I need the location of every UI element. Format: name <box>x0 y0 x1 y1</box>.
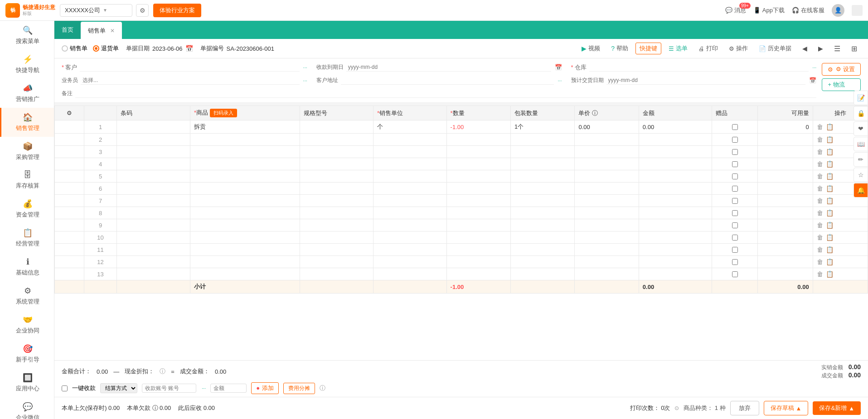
form-settings-button[interactable]: ⚙ ⚙ 设置 <box>822 63 861 76</box>
gift-checkbox[interactable] <box>732 186 738 192</box>
row-unit[interactable] <box>373 231 447 244</box>
float-btn-6[interactable]: ☆ <box>853 168 868 182</box>
row-barcode[interactable] <box>117 268 190 280</box>
row-amount[interactable] <box>639 219 712 231</box>
row-price[interactable]: 0.00 <box>575 120 639 134</box>
delete-icon[interactable]: 🗑 <box>817 160 823 168</box>
row-spec[interactable] <box>300 207 373 219</box>
row-qty[interactable] <box>446 170 510 183</box>
gift-checkbox[interactable] <box>732 124 738 130</box>
row-product[interactable] <box>190 158 300 170</box>
gift-checkbox[interactable] <box>732 161 738 167</box>
row-pack-qty[interactable] <box>511 244 575 256</box>
row-amount[interactable] <box>639 158 712 170</box>
row-price[interactable] <box>575 170 639 183</box>
row-spec[interactable] <box>300 146 373 158</box>
one-click-pay-checkbox[interactable] <box>62 385 68 391</box>
copy-icon[interactable]: 📋 <box>826 258 834 265</box>
gift-checkbox[interactable] <box>732 271 738 277</box>
barcode-input[interactable] <box>121 271 186 278</box>
row-pack-qty[interactable]: 1个 <box>511 120 575 134</box>
delete-icon[interactable]: 🗑 <box>817 222 823 229</box>
radio-return-order[interactable]: 退货单 <box>93 44 119 53</box>
row-pack-qty[interactable] <box>511 256 575 268</box>
date-calendar-icon[interactable]: 📅 <box>185 45 193 52</box>
copy-icon[interactable]: 📋 <box>826 209 834 217</box>
row-gift[interactable] <box>712 183 758 195</box>
row-product[interactable] <box>190 183 300 195</box>
row-qty[interactable] <box>446 219 510 231</box>
row-product[interactable]: 拆贡 <box>190 120 300 134</box>
settings-icon[interactable]: ⚙ <box>136 4 149 17</box>
row-qty[interactable] <box>446 231 510 244</box>
row-qty[interactable] <box>446 183 510 195</box>
customer-dots[interactable]: ··· <box>303 65 307 70</box>
row-unit[interactable] <box>373 158 447 170</box>
row-barcode[interactable] <box>117 120 190 134</box>
copy-icon[interactable]: 📋 <box>826 123 834 130</box>
sidebar-item-inventory[interactable]: 🗄 库存核算 <box>0 166 54 194</box>
copy-icon[interactable]: 📋 <box>826 160 834 168</box>
row-amount[interactable] <box>639 231 712 244</box>
warehouse-dots[interactable]: ··· <box>812 65 816 70</box>
row-barcode[interactable] <box>117 183 190 195</box>
row-gift[interactable] <box>712 268 758 280</box>
row-barcode[interactable] <box>117 146 190 158</box>
copy-icon[interactable]: 📋 <box>826 173 834 180</box>
row-spec[interactable] <box>300 183 373 195</box>
delete-icon[interactable]: 🗑 <box>817 185 823 192</box>
sidebar-item-beginner[interactable]: 🎯 新手引导 <box>0 339 54 368</box>
row-unit[interactable] <box>373 268 447 280</box>
gift-checkbox[interactable] <box>732 149 738 155</box>
row-amount[interactable] <box>639 134 712 146</box>
barcode-input[interactable] <box>121 124 186 130</box>
salesperson-input[interactable] <box>81 76 300 85</box>
row-pack-qty[interactable] <box>511 219 575 231</box>
row-gift[interactable] <box>712 244 758 256</box>
row-spec[interactable] <box>300 231 373 244</box>
row-pack-qty[interactable] <box>511 207 575 219</box>
expected-date-input[interactable] <box>606 76 806 85</box>
barcode-input[interactable] <box>121 149 186 155</box>
table-wrapper[interactable]: ⚙ 条码 *商品 扫码录入 规格型号 *销售单位 *数量 包装数量 <box>54 106 868 360</box>
operate-btn[interactable]: ⚙ 操作 <box>725 43 752 54</box>
row-barcode[interactable] <box>117 195 190 207</box>
row-price[interactable] <box>575 146 639 158</box>
amount-input[interactable] <box>210 384 247 393</box>
row-amount[interactable] <box>639 146 712 158</box>
row-gift[interactable] <box>712 231 758 244</box>
row-amount[interactable] <box>639 256 712 268</box>
row-product[interactable] <box>190 268 300 280</box>
delete-icon[interactable]: 🗑 <box>817 148 823 155</box>
barcode-input[interactable] <box>121 186 186 192</box>
expense-split-btn[interactable]: 费用分摊 <box>283 383 315 394</box>
row-price[interactable] <box>575 207 639 219</box>
row-unit[interactable] <box>373 244 447 256</box>
barcode-input[interactable] <box>121 210 186 217</box>
sidebar-item-collab[interactable]: 🤝 企业协同 <box>0 310 54 339</box>
row-pack-qty[interactable] <box>511 183 575 195</box>
row-unit[interactable] <box>373 134 447 146</box>
barcode-input[interactable] <box>121 161 186 168</box>
tab-sales-order[interactable]: 销售单 ✕ <box>81 22 122 40</box>
avatar-extra[interactable] <box>852 5 863 16</box>
row-gift[interactable] <box>712 170 758 183</box>
row-unit[interactable] <box>373 195 447 207</box>
row-product[interactable] <box>190 219 300 231</box>
copy-icon[interactable]: 📋 <box>826 222 834 229</box>
delete-icon[interactable]: 🗑 <box>817 209 823 217</box>
customer-addr-input[interactable] <box>341 76 554 85</box>
row-spec[interactable] <box>300 195 373 207</box>
row-gift[interactable] <box>712 146 758 158</box>
gift-checkbox[interactable] <box>732 222 738 228</box>
sidebar-item-operations[interactable]: 📋 经营管理 <box>0 223 54 252</box>
debt-help-icon[interactable]: ⓘ <box>152 405 158 411</box>
sidebar-item-basic-info[interactable]: ℹ 基础信息 <box>0 252 54 281</box>
row-product[interactable] <box>190 207 300 219</box>
save-new-button[interactable]: 保存&新增 ▲ <box>813 401 861 415</box>
select-order-btn[interactable]: ☰ 选单 <box>665 43 691 54</box>
row-pack-qty[interactable] <box>511 231 575 244</box>
delete-icon[interactable]: 🗑 <box>817 258 823 265</box>
row-qty[interactable] <box>446 244 510 256</box>
sidebar-item-purchase[interactable]: 📦 采购管理 <box>0 137 54 166</box>
